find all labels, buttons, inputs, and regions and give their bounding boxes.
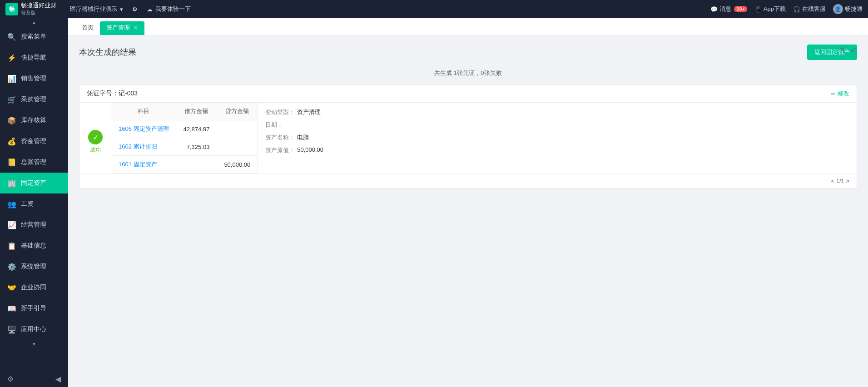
brand-version: 普及版 <box>21 10 56 16</box>
experience-btn[interactable]: ☁ 我要体验一下 <box>147 5 191 13</box>
prev-page-btn[interactable]: < <box>831 178 835 184</box>
sidebar-item-search[interactable]: 🔍 搜索菜单 <box>0 26 68 47</box>
sidebar-item-app-center[interactable]: 🖥️ 应用中心 <box>0 319 68 340</box>
tab-home-label: 首页 <box>82 24 94 32</box>
system-icon: ⚙️ <box>7 263 16 271</box>
message-badge: 99+ <box>734 6 747 12</box>
sidebar-item-ledger[interactable]: 📒 总账管理 <box>0 152 68 173</box>
cloud-icon: ☁ <box>147 6 153 13</box>
success-text: 成功 <box>90 146 101 154</box>
chevron-down-icon: ▾ <box>120 6 123 13</box>
sales-icon: 📊 <box>7 74 16 83</box>
page-header: 本次生成的结果 返回固定资产 <box>79 45 857 60</box>
main-layout: ▲ 🔍 搜索菜单 ⚡ 快捷导航 📊 销售管理 🛒 采购管理 📦 库存核算 💰 资… <box>0 18 868 387</box>
sidebar-item-label: 库存核算 <box>21 116 46 124</box>
credit-3: 50,000.00 <box>217 156 258 174</box>
success-cell: ✓ 成功 <box>79 103 111 159</box>
sidebar-item-inventory[interactable]: 📦 库存核算 <box>0 110 68 131</box>
asset-name-value: 电脑 <box>297 134 309 142</box>
tab-asset-management[interactable]: 资产管理 ✕ <box>100 21 144 35</box>
online-support-btn[interactable]: 🎧 在线客服 <box>793 5 826 13</box>
message-btn[interactable]: 💬 消息 99+ <box>710 5 747 13</box>
sidebar-item-label: 总账管理 <box>21 158 46 166</box>
inventory-icon: 📦 <box>7 116 16 125</box>
date-label: 日期： <box>265 121 297 129</box>
sidebar-item-fund[interactable]: 💰 资金管理 <box>0 131 68 152</box>
debit-2: 7,125.03 <box>176 138 217 156</box>
sidebar-item-label: 经营管理 <box>21 221 46 229</box>
table-row: 1606 固定资产清理 42,874.97 <box>111 120 258 138</box>
company-name: 医疗器械行业演示 <box>70 5 117 13</box>
basic-info-icon: 📋 <box>7 242 16 250</box>
sidebar-item-label: 资金管理 <box>21 137 46 145</box>
voucher-block: 凭证字号：记-003 ✏ 修改 ✓ 成功 <box>79 84 857 189</box>
sidebar-item-payroll[interactable]: 👥 工资 <box>0 194 68 214</box>
sidebar-scroll-up[interactable]: ▲ <box>0 18 68 26</box>
subject-link-1[interactable]: 1606 固定资产清理 <box>119 125 169 132</box>
message-icon: 💬 <box>710 6 718 13</box>
date-row: 日期： <box>265 121 350 129</box>
sidebar-item-label: 新手引导 <box>21 304 46 313</box>
edit-button[interactable]: ✏ 修改 <box>831 89 849 98</box>
voucher-detail-panel: 变动类型： 资产清理 日期： 资产名称： 电脑 资产原值： <box>258 103 357 174</box>
sidebar-item-sales[interactable]: 📊 销售管理 <box>0 68 68 89</box>
change-type-row: 变动类型： 资产清理 <box>265 108 350 116</box>
sidebar: ▲ 🔍 搜索菜单 ⚡ 快捷导航 📊 销售管理 🛒 采购管理 📦 库存核算 💰 资… <box>0 18 68 387</box>
sidebar-item-label: 采购管理 <box>21 95 46 104</box>
tab-home[interactable]: 首页 <box>75 21 100 35</box>
sidebar-item-quick-nav[interactable]: ⚡ 快捷导航 <box>0 47 68 68</box>
debit-3 <box>176 156 217 174</box>
credit-1 <box>217 120 258 138</box>
operation-icon: 📈 <box>7 221 16 229</box>
sidebar-scroll-down[interactable]: ▼ <box>0 340 68 348</box>
gear-icon-top[interactable]: ⚙ <box>132 6 138 13</box>
tab-close-icon[interactable]: ✕ <box>134 25 138 31</box>
panel-close-button[interactable]: ✕ <box>838 45 846 55</box>
panel-controls: ✕ ⤢ <box>838 45 857 55</box>
content-area: 首页 资产管理 ✕ ✕ ⤢ 本次生成的结果 返回固定资产 共生成 1张凭证，0张… <box>68 18 868 387</box>
fund-icon: 💰 <box>7 137 16 146</box>
page-title: 本次生成的结果 <box>79 47 136 58</box>
subject-link-2[interactable]: 1602 累计折旧 <box>119 143 157 150</box>
app-download-btn[interactable]: 📱 App下载 <box>754 5 786 13</box>
quick-nav-icon: ⚡ <box>7 54 16 62</box>
company-selector[interactable]: 医疗器械行业演示 ▾ <box>70 5 123 13</box>
topbar-left: 畅 畅捷通好业财 普及版 医疗器械行业演示 ▾ ⚙ ☁ 我要体验一下 <box>5 2 191 16</box>
purchase-icon: 🛒 <box>7 95 16 104</box>
search-icon: 🔍 <box>7 33 16 41</box>
user-profile-btn[interactable]: 👤 畅捷通 <box>833 4 863 14</box>
change-type-value: 资产清理 <box>297 108 321 116</box>
subject-link-3[interactable]: 1601 固定资产 <box>119 161 157 168</box>
brand-name: 畅捷通好业财 <box>21 2 56 10</box>
sidebar-item-label: 销售管理 <box>21 74 46 83</box>
settings-icon[interactable]: ⚙ <box>7 375 14 383</box>
topbar-right: 💬 消息 99+ 📱 App下载 🎧 在线客服 👤 畅捷通 <box>710 4 863 14</box>
table-row: 1601 固定资产 50,000.00 <box>111 156 258 174</box>
asset-value-row: 资产原值： 50,000.00 <box>265 146 350 154</box>
summary-text: 共生成 1张凭证，0张失败 <box>79 69 857 77</box>
sidebar-item-label: 系统管理 <box>21 263 46 271</box>
voucher-table-container: 科目 借方金额 贷方金额 1606 固定资产清理 42,874.97 <box>111 103 258 174</box>
next-page-btn[interactable]: > <box>846 178 849 184</box>
debit-1: 42,874.97 <box>176 120 217 138</box>
cooperation-icon: 🤝 <box>7 283 16 292</box>
sidebar-item-fixed-assets[interactable]: 🏢 固定资产 <box>0 173 68 194</box>
sidebar-item-cooperation[interactable]: 🤝 企业协同 <box>0 277 68 298</box>
fixed-assets-icon: 🏢 <box>7 179 16 188</box>
collapse-icon[interactable]: ◀ <box>55 375 61 383</box>
sidebar-item-purchase[interactable]: 🛒 采购管理 <box>0 89 68 110</box>
panel-expand-button[interactable]: ⤢ <box>849 45 857 55</box>
sidebar-item-basic-info[interactable]: 📋 基础信息 <box>0 235 68 256</box>
asset-name-row: 资产名称： 电脑 <box>265 134 350 142</box>
col-header-subject: 科目 <box>111 103 176 120</box>
sidebar-item-label: 快捷导航 <box>21 54 46 62</box>
sidebar-item-operation[interactable]: 📈 经营管理 <box>0 214 68 235</box>
sidebar-item-label: 企业协同 <box>21 283 46 292</box>
asset-value-label: 资产原值： <box>265 146 297 154</box>
edit-btn-label: 修改 <box>838 89 849 98</box>
sidebar-item-guide[interactable]: 📖 新手引导 <box>0 298 68 319</box>
sidebar-item-system[interactable]: ⚙️ 系统管理 <box>0 256 68 277</box>
sidebar-item-label: 搜索菜单 <box>21 33 46 41</box>
sidebar-item-label: 工资 <box>21 200 34 208</box>
tab-asset-management-label: 资产管理 <box>106 24 130 32</box>
